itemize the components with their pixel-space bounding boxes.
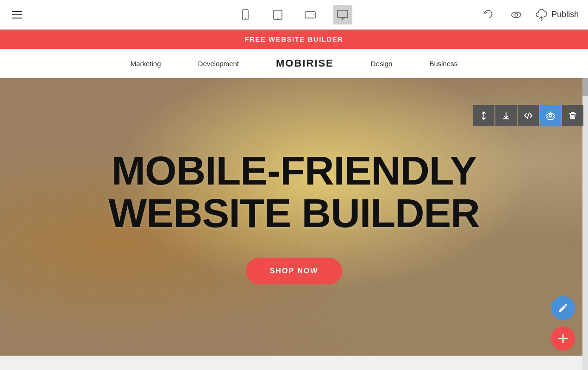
- nav-item-design[interactable]: Design: [371, 60, 393, 68]
- nav-bar: Marketing Development MOBIRISE Design Bu…: [0, 49, 588, 78]
- desktop-icon: [337, 9, 349, 21]
- block-code-button[interactable]: [518, 105, 539, 126]
- svg-line-15: [527, 113, 529, 118]
- nav-item-development[interactable]: Development: [198, 60, 239, 68]
- download-icon: [501, 111, 511, 120]
- nav-item-business[interactable]: Business: [429, 60, 457, 68]
- svg-point-10: [515, 13, 518, 16]
- floating-edit-button[interactable]: [551, 296, 575, 320]
- floating-add-button[interactable]: [551, 327, 575, 351]
- free-bar: FREE WEBSITE BUILDER: [0, 30, 588, 49]
- website-content: FREE WEBSITE BUILDER Marketing Developme…: [0, 30, 588, 370]
- tablet-landscape-icon: [304, 9, 316, 21]
- svg-rect-6: [338, 10, 348, 18]
- publish-button[interactable]: Publish: [535, 8, 579, 21]
- move-arrows-icon: [479, 111, 488, 120]
- toolbar-right: Publish: [479, 6, 588, 24]
- code-icon: [524, 111, 533, 120]
- menu-button[interactable]: [9, 8, 25, 21]
- hero-title-line2: WEBSITE BUILDER: [108, 192, 479, 234]
- top-toolbar: Publish: [0, 0, 588, 30]
- device-switcher: [236, 5, 352, 25]
- undo-icon: [482, 8, 495, 21]
- shop-now-button[interactable]: SHOP NOW: [246, 258, 343, 284]
- hero-title-line1: MOBILE-FRIENDLY: [108, 149, 479, 192]
- block-delete-button[interactable]: [562, 105, 583, 126]
- trash-icon: [568, 111, 577, 120]
- nav-item-marketing[interactable]: Marketing: [131, 60, 161, 68]
- gear-icon: [546, 111, 555, 120]
- publish-label: Publish: [551, 10, 579, 19]
- mobile-icon: [239, 9, 251, 21]
- free-bar-text: FREE WEBSITE BUILDER: [244, 35, 343, 43]
- tablet-icon: [272, 9, 284, 21]
- eye-icon: [510, 8, 523, 21]
- nav-logo: MOBIRISE: [276, 57, 334, 69]
- pencil-icon: [557, 302, 569, 314]
- svg-point-16: [549, 114, 552, 117]
- preview-button[interactable]: [507, 6, 525, 24]
- tablet-landscape-button[interactable]: [300, 5, 320, 25]
- block-settings-button[interactable]: [540, 105, 561, 126]
- block-controls: [473, 105, 583, 126]
- hero-title: MOBILE-FRIENDLY WEBSITE BUILDER: [108, 149, 479, 235]
- block-download-button[interactable]: [495, 105, 517, 126]
- block-move-button[interactable]: [473, 105, 494, 126]
- mobile-view-button[interactable]: [236, 5, 255, 25]
- undo-button[interactable]: [479, 6, 498, 24]
- toolbar-left: [0, 8, 25, 21]
- upload-cloud-icon: [535, 8, 548, 21]
- hamburger-icon: [12, 11, 22, 18]
- desktop-view-button[interactable]: [333, 5, 352, 25]
- svg-point-9: [512, 12, 521, 18]
- tablet-view-button[interactable]: [268, 5, 288, 25]
- plus-icon: [557, 333, 569, 345]
